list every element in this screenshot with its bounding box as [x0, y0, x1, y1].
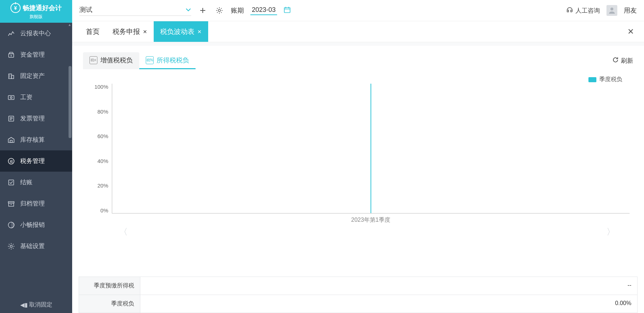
panel: 税≡ 增值税税负 税% 所得税税负 刷新 [72, 46, 644, 313]
tab-bar: 首页 税务申报 ✕ 税负波动表 ✕ ✕ [72, 21, 644, 42]
row-value: 0.00% [140, 295, 637, 313]
table-row: 季度预缴所得税 -- [79, 277, 637, 295]
brand-name: 畅捷通好会计 [23, 4, 62, 12]
subtab-income-tax[interactable]: 税% 所得税税负 [139, 52, 196, 69]
subtab-vat[interactable]: 税≡ 增值税税负 [83, 52, 139, 69]
tab-home[interactable]: 首页 [79, 21, 106, 42]
chevron-down-icon [185, 7, 191, 13]
x-tick: 2023年第1季度 [112, 213, 630, 224]
row-value: -- [140, 277, 637, 295]
legend-swatch [588, 77, 596, 82]
nav-salary[interactable]: 工资 [0, 87, 72, 108]
nav-invoice[interactable]: 发票管理 [0, 108, 72, 129]
nav-label: 税务管理 [20, 157, 45, 165]
expense-icon [7, 221, 15, 229]
nav-settings[interactable]: 基础设置 [0, 235, 72, 257]
tab-label: 首页 [86, 27, 100, 36]
consult-button[interactable]: 人工咨询 [566, 6, 600, 15]
chart-prev[interactable]: 〈 [119, 226, 128, 238]
data-table: 季度预缴所得税 -- 季度税负 0.00% [79, 277, 638, 313]
nav-archive[interactable]: 归档管理 [0, 193, 72, 214]
period-value[interactable]: 2023-03 [250, 6, 277, 15]
period-label: 账期 [231, 6, 244, 15]
nav-inventory[interactable]: 库存核算 [0, 129, 72, 150]
tab-tax-burden[interactable]: 税负波动表 ✕ [154, 21, 208, 42]
settings-button[interactable] [214, 5, 224, 16]
y-tick: 60% [97, 133, 108, 139]
close-all-tabs[interactable]: ✕ [625, 27, 637, 36]
money-icon: ¥ [7, 51, 15, 59]
archive-icon [7, 200, 15, 208]
nav-label: 资金管理 [20, 50, 45, 59]
svg-point-5 [10, 97, 12, 98]
building-icon [7, 72, 15, 80]
chart-plot [112, 84, 630, 213]
chart-bar [371, 84, 371, 213]
cloud-logo-icon: ¥ [10, 3, 21, 13]
salary-icon [7, 93, 15, 101]
company-selector[interactable]: 测试 [79, 5, 191, 16]
nav-report-center[interactable]: 云报表中心 [0, 23, 72, 44]
svg-rect-3 [12, 75, 14, 79]
unpin-icon: ◀▮ [20, 301, 28, 308]
y-tick: 0% [100, 207, 108, 213]
nav-label: 归档管理 [20, 199, 45, 208]
subtab-bar: 税≡ 增值税税负 税% 所得税税负 刷新 [72, 46, 644, 69]
invoice-icon [7, 115, 15, 123]
brand-edition: 旗舰版 [30, 14, 43, 20]
svg-point-17 [610, 8, 613, 10]
chart-nav: 〈 〉 [119, 226, 615, 238]
svg-rect-10 [9, 180, 14, 185]
scroll-up-icon: ▲ [68, 23, 71, 27]
svg-rect-16 [284, 8, 290, 13]
chart-area: 季度税负 100% 80% 60% 40% 20% 0% [72, 69, 644, 266]
nav-label: 工资 [20, 93, 32, 101]
y-tick: 20% [97, 182, 108, 189]
calendar-icon[interactable] [284, 6, 291, 15]
nav-label: 基础设置 [20, 242, 45, 250]
close-icon[interactable]: ✕ [197, 29, 202, 35]
y-tick: 100% [95, 84, 108, 90]
legend-label: 季度税负 [599, 76, 622, 83]
sidebar: ¥ 畅捷通好会计 旗舰版 云报表中心 ¥ 资金管理 [0, 0, 72, 313]
svg-rect-4 [8, 96, 14, 100]
logo-area: ¥ 畅捷通好会计 旗舰版 [0, 0, 72, 23]
add-button[interactable] [198, 5, 208, 16]
nav-fund[interactable]: ¥ 资金管理 [0, 44, 72, 65]
tab-label: 税务申报 [113, 27, 140, 36]
svg-text:¥: ¥ [10, 54, 12, 57]
sidebar-unpin[interactable]: ◀▮ 取消固定 [0, 297, 72, 313]
close-book-icon [7, 178, 15, 186]
nav-label: 固定资产 [20, 72, 45, 80]
headset-icon [566, 6, 573, 15]
nav-tax[interactable]: 税 税务管理 [0, 150, 72, 172]
sidebar-scrollbar[interactable]: ▲ [68, 23, 71, 297]
subtab-label: 所得税税负 [157, 56, 189, 65]
refresh-label: 刷新 [621, 57, 633, 65]
income-tax-icon: 税% [146, 56, 154, 64]
refresh-button[interactable]: 刷新 [612, 57, 633, 65]
sidebar-footer-label: 取消固定 [29, 301, 52, 309]
chart-next[interactable]: 〉 [606, 226, 615, 238]
content: 税≡ 增值税税负 税% 所得税税负 刷新 [72, 42, 644, 313]
table-row: 季度税负 0.00% [79, 295, 637, 313]
nav-closing[interactable]: 结账 [0, 172, 72, 193]
tab-label: 税负波动表 [160, 27, 194, 36]
nav-label: 库存核算 [20, 136, 45, 144]
gear-icon [7, 242, 15, 250]
nav-fixed-assets[interactable]: 固定资产 [0, 65, 72, 87]
subtab-label: 增值税税负 [100, 56, 133, 65]
svg-rect-7 [10, 140, 12, 142]
close-icon[interactable]: ✕ [143, 29, 147, 35]
avatar[interactable] [606, 5, 617, 16]
row-label: 季度预缴所得税 [79, 277, 140, 295]
scroll-thumb[interactable] [69, 66, 71, 138]
nav-label: 小畅报销 [20, 221, 45, 229]
username[interactable]: 用友 [624, 6, 637, 15]
y-axis: 100% 80% 60% 40% 20% 0% [87, 84, 112, 213]
tab-tax-filing[interactable]: 税务申报 ✕ [106, 21, 154, 42]
vat-icon: 税≡ [89, 56, 97, 64]
nav-label: 发票管理 [20, 114, 45, 123]
nav-expense[interactable]: 小畅报销 [0, 214, 72, 235]
consult-label: 人工咨询 [575, 6, 600, 15]
